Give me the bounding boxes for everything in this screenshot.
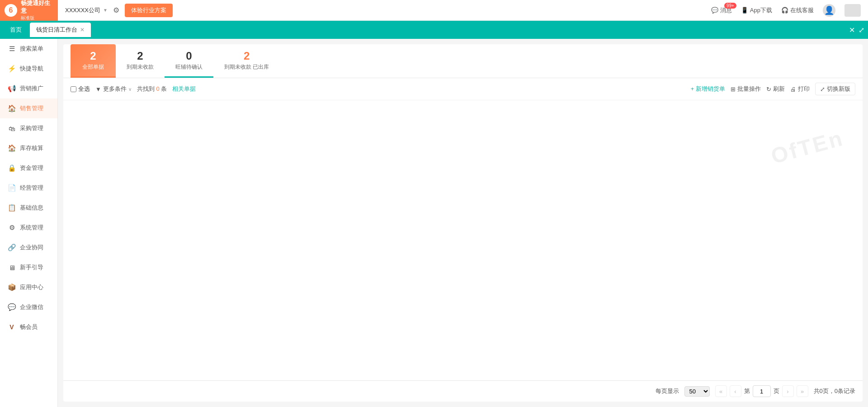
app-download-button[interactable]: 📱 App下载	[741, 6, 772, 14]
content-area: 2 全部单据 2 到期未收款 0 旺辅待确认 2 到期未收款 已出库	[58, 39, 868, 407]
sidebar-item-sales-label: 销售管理	[20, 104, 43, 112]
sidebar-item-search[interactable]: ☰ 搜索菜单	[0, 39, 57, 59]
table-footer: 每页显示 50 100 « ‹ 第 页 › » 共0页，0条记录	[63, 380, 863, 402]
top-header: 6 畅捷通好生意 标准版 XXXXXX公司 ▼ ⚙ 体验行业方案 💬 消息 99…	[0, 0, 868, 21]
tab-home-label: 首页	[10, 26, 22, 34]
tab-workspace-close[interactable]: ✕	[80, 27, 85, 33]
sidebar-item-guide[interactable]: 🖥 新手引导	[0, 257, 57, 277]
batch-label: 批量操作	[737, 85, 761, 93]
sidebar-item-system-label: 系统管理	[20, 224, 43, 232]
tab-bar: 首页 钱货日清工作台 ✕ ✕ ⤢	[0, 21, 868, 39]
stat-tab-overdue-out-count: 2	[244, 50, 250, 62]
select-all-input[interactable]	[71, 86, 76, 92]
logo-text: 畅捷通好生意 标准版	[21, 0, 53, 21]
print-label: 打印	[798, 85, 810, 93]
sidebar-item-quick-nav-label: 快捷导航	[20, 65, 43, 73]
online-service-button[interactable]: 🎧 在线客服	[781, 6, 814, 14]
sidebar-item-enterprise[interactable]: 🔗 企业协同	[0, 238, 57, 257]
sidebar-item-operations-label: 经营管理	[20, 184, 43, 192]
enterprise-icon: 🔗	[7, 243, 16, 252]
page-next-button[interactable]: ›	[782, 385, 794, 397]
stat-tab-overdue-out[interactable]: 2 到期未收款 已出库	[213, 44, 280, 78]
found-count: 0	[156, 85, 160, 92]
sidebar-item-search-label: 搜索菜单	[20, 45, 43, 53]
stat-tab-wangwang-count: 0	[186, 50, 192, 62]
tab-home[interactable]: 首页	[4, 23, 28, 37]
sidebar-item-member[interactable]: V 畅会员	[0, 317, 57, 337]
sidebar-item-guide-label: 新手引导	[20, 263, 43, 271]
sidebar-item-finance[interactable]: 🔒 资金管理	[0, 158, 57, 178]
header-right: 💬 消息 99+ 📱 App下载 🎧 在线客服 👤	[711, 4, 861, 17]
found-text: 共找到 0 条	[137, 85, 167, 93]
purchase-icon: 🛍	[7, 124, 16, 133]
guide-icon: 🖥	[7, 263, 16, 272]
sidebar-item-inventory[interactable]: 🏠 库存核算	[0, 138, 57, 158]
search-menu-icon: ☰	[7, 44, 16, 53]
sidebar-item-marketing[interactable]: 📢 营销推广	[0, 79, 57, 98]
message-button[interactable]: 💬 消息 99+	[711, 6, 732, 14]
sidebar-item-basic-info[interactable]: 📋 基础信息	[0, 198, 57, 218]
sidebar-item-sales[interactable]: 🏠 销售管理	[0, 98, 57, 118]
stat-tab-overdue-count: 2	[137, 50, 143, 62]
quick-nav-icon: ⚡	[7, 64, 16, 73]
sidebar-item-finance-label: 资金管理	[20, 164, 43, 172]
sidebar-item-quick-nav[interactable]: ⚡ 快捷导航	[0, 59, 57, 79]
sidebar: ☰ 搜索菜单 ⚡ 快捷导航 📢 营销推广 🏠 销售管理 🛍 采购管理 🏠 库存核…	[0, 39, 58, 407]
per-page-select[interactable]: 50 100	[684, 386, 710, 397]
refresh-button[interactable]: ↻ 刷新	[766, 85, 785, 93]
tab-workspace[interactable]: 钱货日清工作台 ✕	[30, 23, 91, 37]
sidebar-item-corp-wechat[interactable]: 💬 企业微信	[0, 297, 57, 317]
tab-close-all-icon[interactable]: ✕	[849, 26, 855, 34]
content-inner: 2 全部单据 2 到期未收款 0 旺辅待确认 2 到期未收款 已出库	[63, 44, 863, 402]
per-page-label: 每页显示	[656, 387, 679, 395]
corp-wechat-icon: 💬	[7, 303, 16, 312]
toolbar: 全选 ▼ 更多条件 ∨ 共找到 0 条 相关单据 + 新增销货单	[63, 78, 863, 100]
finance-icon: 🔒	[7, 164, 16, 173]
batch-operation-button[interactable]: ⊞ 批量操作	[731, 85, 761, 93]
batch-icon: ⊞	[731, 86, 736, 93]
message-badge: 99+	[724, 3, 736, 9]
company-dropdown-arrow: ▼	[103, 8, 108, 13]
sidebar-item-app-center-label: 应用中心	[20, 283, 43, 291]
system-icon: ⚙	[7, 223, 16, 232]
avatar[interactable]: 👤	[823, 4, 835, 17]
inventory-icon: 🏠	[7, 144, 16, 153]
company-name: XXXXXX公司	[65, 6, 100, 14]
stat-tab-overdue[interactable]: 2 到期未收款	[116, 44, 165, 78]
online-service-icon: 🎧	[781, 7, 788, 14]
stat-tab-overdue-out-label: 到期未收款 已出库	[224, 63, 269, 71]
page-last-button[interactable]: »	[797, 385, 808, 397]
logo-area: 6 畅捷通好生意 标准版	[0, 0, 58, 21]
app-center-icon: 📦	[7, 283, 16, 292]
switch-label: 切换新版	[827, 85, 850, 93]
filter-label: 更多条件	[103, 85, 127, 93]
related-link[interactable]: 相关单据	[172, 85, 196, 93]
company-selector[interactable]: XXXXXX公司 ▼	[65, 6, 108, 14]
stat-tab-all[interactable]: 2 全部单据	[71, 44, 116, 78]
main-layout: ☰ 搜索菜单 ⚡ 快捷导航 📢 营销推广 🏠 销售管理 🛍 采购管理 🏠 库存核…	[0, 39, 868, 407]
page-prev-button[interactable]: ‹	[730, 385, 741, 397]
table-area	[63, 100, 863, 380]
toolbar-right: + 新增销货单 ⊞ 批量操作 ↻ 刷新 🖨 打印 ⤢	[691, 83, 855, 95]
page-number-input[interactable]	[753, 385, 771, 397]
tab-bar-actions: ✕ ⤢	[849, 26, 864, 34]
sidebar-item-operations[interactable]: 📄 经营管理	[0, 178, 57, 198]
add-sale-order-button[interactable]: + 新增销货单	[691, 85, 725, 93]
settings-button[interactable]: ⚙	[113, 6, 119, 14]
sidebar-item-system[interactable]: ⚙ 系统管理	[0, 218, 57, 238]
pagination: « ‹ 第 页 › »	[715, 385, 808, 397]
stat-tab-wangwang[interactable]: 0 旺辅待确认	[165, 44, 213, 78]
switch-version-button[interactable]: ⤢ 切换新版	[815, 83, 855, 95]
marketing-icon: 📢	[7, 84, 16, 93]
print-button[interactable]: 🖨 打印	[790, 85, 810, 93]
sidebar-item-purchase[interactable]: 🛍 采购管理	[0, 118, 57, 138]
filter-button[interactable]: ▼ 更多条件 ∨	[95, 85, 132, 93]
page-label-post: 页	[774, 387, 779, 395]
sidebar-item-purchase-label: 采购管理	[20, 124, 43, 132]
select-all-checkbox[interactable]: 全选	[71, 85, 90, 93]
logo-icon: 6	[5, 4, 17, 17]
page-first-button[interactable]: «	[715, 385, 727, 397]
sidebar-item-app-center[interactable]: 📦 应用中心	[0, 277, 57, 297]
tab-expand-icon[interactable]: ⤢	[859, 26, 864, 34]
trial-button[interactable]: 体验行业方案	[125, 4, 173, 17]
